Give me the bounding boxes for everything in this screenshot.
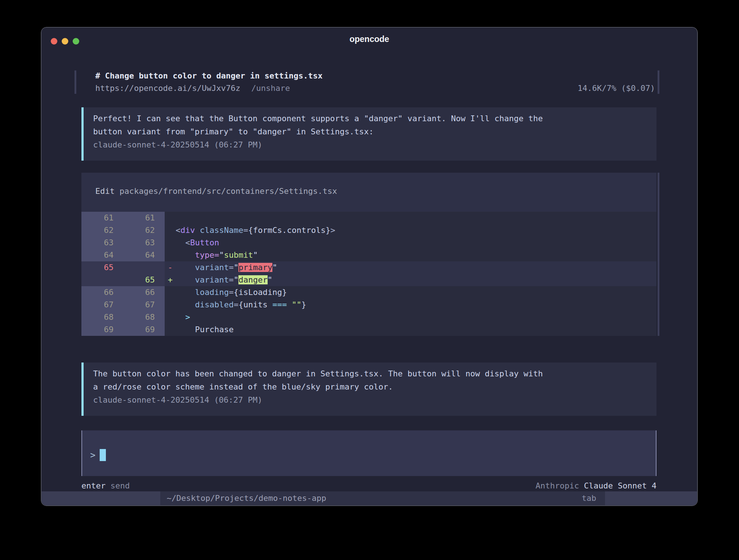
diff-row: 65+ variant="danger" bbox=[81, 274, 656, 286]
assistant-message-2: The button color has been changed to dan… bbox=[81, 363, 656, 416]
status-bar: opencode v0.3.11 ~/Desktop/Projects/demo… bbox=[42, 491, 697, 505]
edit-tool-block: Edit packages/frontend/src/containers/Se… bbox=[81, 173, 656, 336]
message-model-meta: claude-sonnet-4-20250514 (06:27 PM) bbox=[93, 138, 648, 151]
message-model-meta: claude-sonnet-4-20250514 (06:27 PM) bbox=[93, 394, 648, 407]
provider-label: Anthropic bbox=[536, 481, 584, 490]
diff-row: 65- variant="primary" bbox=[81, 261, 656, 274]
app-version-segment: opencode v0.3.11 bbox=[42, 491, 160, 505]
prompt-input[interactable]: > bbox=[81, 430, 656, 476]
diff-row: 6161 bbox=[81, 212, 656, 224]
diff-row: 6464 type="submit" bbox=[81, 249, 656, 261]
main-area: # Change button color to danger in setti… bbox=[42, 50, 697, 491]
diff-row: 6767 disabled={units === ""} bbox=[81, 299, 656, 311]
prompt-symbol: > bbox=[90, 449, 95, 461]
model-label[interactable]: Claude Sonnet 4 bbox=[584, 481, 656, 490]
message-text-line: Perfect! I can see that the Button compo… bbox=[93, 112, 648, 125]
minimize-button[interactable] bbox=[62, 38, 68, 45]
token-usage: 14.6K/7% ($0.07) bbox=[578, 82, 656, 95]
mode-segment[interactable]: BUILD MODE bbox=[605, 491, 697, 505]
diff-row: 6363 <Button bbox=[81, 237, 656, 249]
session-header: # Change button color to danger in setti… bbox=[81, 70, 656, 95]
edit-right-rule bbox=[658, 173, 659, 336]
diff-view: 61616262<div className={formCs.controls}… bbox=[81, 212, 656, 336]
session-left-rule bbox=[74, 70, 76, 94]
diff-row: 6666 loading={isLoading} bbox=[81, 286, 656, 299]
assistant-message-1: Perfect! I can see that the Button compo… bbox=[81, 107, 656, 161]
working-directory: ~/Desktop/Projects/demo-notes-app bbox=[160, 491, 326, 505]
share-url[interactable]: https://opencode.ai/s/UwJxv76z bbox=[95, 82, 240, 95]
message-text-line: a red/rose color scheme instead of the b… bbox=[93, 380, 648, 394]
message-text-line: The button color has been changed to dan… bbox=[93, 367, 648, 380]
edit-header: Edit packages/frontend/src/containers/Se… bbox=[81, 173, 656, 212]
session-right-rule bbox=[658, 70, 659, 94]
edit-file-path: packages/frontend/src/containers/Setting… bbox=[119, 187, 337, 196]
unshare-command[interactable]: /unshare bbox=[251, 82, 290, 95]
enter-key-hint: enter bbox=[81, 480, 106, 491]
titlebar: opencode bbox=[42, 28, 697, 50]
tab-key-hint: tab bbox=[582, 491, 605, 505]
session-title: # Change button color to danger in setti… bbox=[95, 70, 656, 82]
close-button[interactable] bbox=[51, 38, 57, 45]
text-cursor bbox=[100, 449, 106, 461]
traffic-lights bbox=[51, 38, 79, 45]
diff-row: 6969 Purchase bbox=[81, 323, 656, 336]
send-hint-label: send bbox=[106, 480, 130, 491]
maximize-button[interactable] bbox=[73, 38, 79, 45]
opencode-window: opencode # Change button color to danger… bbox=[41, 27, 697, 506]
diff-row: 6262<div className={formCs.controls}> bbox=[81, 224, 656, 237]
hints-row: enter send Anthropic Claude Sonnet 4 bbox=[81, 480, 656, 491]
diff-row: 6868 > bbox=[81, 311, 656, 323]
edit-action-label: Edit bbox=[95, 187, 119, 196]
message-text-line: button variant from "primary" to "danger… bbox=[93, 125, 648, 138]
window-title: opencode bbox=[42, 28, 697, 50]
